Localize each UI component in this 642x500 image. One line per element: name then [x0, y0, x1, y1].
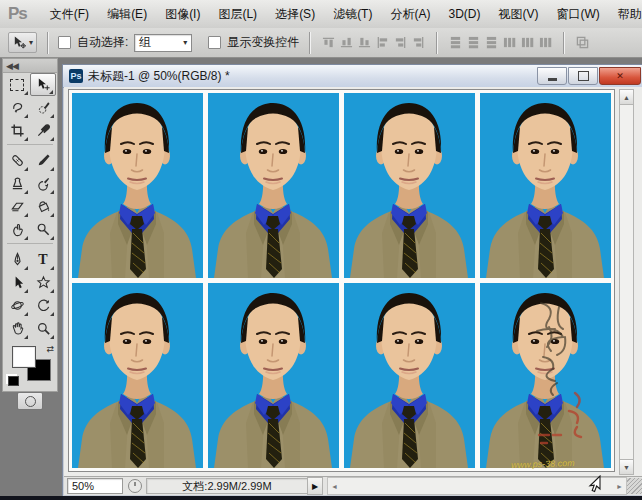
- dropdown-caret-icon: ▾: [183, 38, 187, 47]
- brush-tool[interactable]: [30, 149, 56, 172]
- brush-icon: [36, 153, 51, 168]
- maximize-icon: [578, 71, 589, 81]
- auto-select-dropdown[interactable]: 组 ▾: [134, 34, 192, 52]
- timer-icon: [128, 479, 142, 493]
- auto-select-checkbox[interactable]: [58, 36, 71, 49]
- distribute-bottom-icon[interactable]: [483, 35, 499, 51]
- pen-tool[interactable]: [4, 248, 30, 271]
- resize-grip[interactable]: [627, 478, 642, 494]
- crop-tool[interactable]: [4, 119, 30, 142]
- 3d-rotate-icon: [10, 298, 25, 313]
- smudge-tool[interactable]: [4, 218, 30, 241]
- marquee-icon: [10, 79, 24, 91]
- path-selection-tool[interactable]: [4, 271, 30, 294]
- align-hcenter-icon[interactable]: [392, 35, 408, 51]
- document-size-field: 文档:2.99M/2.99M: [146, 478, 307, 494]
- document-statusbar: 50% 文档:2.99M/2.99M ▶ ◄ ►: [64, 476, 642, 495]
- eyedropper-icon: [36, 123, 51, 138]
- eraser-tool[interactable]: [4, 195, 30, 218]
- clone-stamp-tool[interactable]: [4, 172, 30, 195]
- 3d-rotate-tool[interactable]: [4, 294, 30, 317]
- zoom-level-field[interactable]: 50%: [67, 478, 123, 494]
- distribute-hcenter-icon[interactable]: [519, 35, 535, 51]
- menu-edit[interactable]: 编辑(E): [98, 2, 156, 27]
- auto-align-layers-icon[interactable]: [574, 35, 590, 51]
- move-tool[interactable]: [30, 73, 56, 96]
- dodge-icon: [36, 222, 51, 237]
- hand-tool[interactable]: [4, 317, 30, 340]
- menu-filter[interactable]: 滤镜(T): [324, 2, 381, 27]
- default-colors-icon[interactable]: [8, 376, 19, 386]
- mouse-cursor: [588, 475, 605, 498]
- dodge-tool[interactable]: [30, 218, 56, 241]
- lasso-tool[interactable]: [4, 96, 30, 119]
- align-left-icon[interactable]: [374, 35, 390, 51]
- options-separator: [563, 32, 564, 54]
- history-brush-icon: [36, 176, 51, 191]
- align-right-icon[interactable]: [410, 35, 426, 51]
- type-tool[interactable]: T: [30, 248, 56, 271]
- scroll-left-icon[interactable]: ◄: [328, 483, 341, 490]
- menu-window[interactable]: 窗口(W): [547, 2, 608, 27]
- photoshop-logo: Ps: [8, 4, 27, 24]
- menu-help[interactable]: 帮助(H): [609, 2, 642, 27]
- smudge-icon: [10, 222, 25, 237]
- scroll-down-icon[interactable]: ▼: [620, 459, 633, 474]
- align-vcenter-icon[interactable]: [338, 35, 354, 51]
- move-tool-preset[interactable]: ▾: [8, 32, 37, 53]
- show-transform-label: 显示变换控件: [227, 34, 299, 51]
- swap-colors-icon[interactable]: ⇄: [46, 344, 54, 354]
- menu-analysis[interactable]: 分析(A): [381, 2, 439, 27]
- paint-bucket-tool[interactable]: [30, 195, 56, 218]
- menu-image[interactable]: 图像(I): [156, 2, 209, 27]
- custom-shape-tool[interactable]: [30, 271, 56, 294]
- maximize-button[interactable]: [568, 67, 598, 85]
- path-selection-icon: [10, 275, 25, 290]
- 3d-orbit-tool[interactable]: [30, 294, 56, 317]
- menu-layer[interactable]: 图层(L): [209, 2, 266, 27]
- id-photo: [344, 93, 475, 278]
- toolbox-collapse-button[interactable]: ◀◀: [3, 59, 57, 73]
- healing-brush-tool[interactable]: [4, 149, 30, 172]
- eyedropper-tool[interactable]: [30, 119, 56, 142]
- history-brush-tool[interactable]: [30, 172, 56, 195]
- quick-selection-tool[interactable]: [30, 96, 56, 119]
- id-photo: [208, 93, 339, 278]
- menu-bar: Ps 文件(F) 编辑(E) 图像(I) 图层(L) 选择(S) 滤镜(T) 分…: [0, 0, 642, 29]
- bottom-window-edge: [0, 496, 642, 500]
- type-icon: T: [38, 252, 47, 268]
- rect-marquee-tool[interactable]: [4, 73, 30, 96]
- vertical-scrollbar[interactable]: ▲ ▼: [619, 89, 634, 475]
- zoom-tool[interactable]: [30, 317, 56, 340]
- menu-file[interactable]: 文件(F): [41, 2, 98, 27]
- document-content-area: www.ps-38.com ▲ ▼: [64, 87, 642, 477]
- close-button[interactable]: ✕: [599, 67, 641, 85]
- minimize-button[interactable]: [537, 67, 567, 85]
- id-photo: [344, 283, 475, 468]
- align-bottom-icon[interactable]: [356, 35, 372, 51]
- distribute-top-icon[interactable]: [447, 35, 463, 51]
- healing-brush-icon: [10, 153, 25, 168]
- document-title: 未标题-1 @ 50%(RGB/8) *: [88, 68, 230, 85]
- align-top-icon[interactable]: [320, 35, 336, 51]
- distribute-right-icon[interactable]: [537, 35, 553, 51]
- distribute-vcenter-icon[interactable]: [465, 35, 481, 51]
- zoom-icon: [36, 321, 51, 336]
- lasso-icon: [10, 100, 25, 115]
- distribute-buttons-group: [447, 35, 553, 51]
- horizontal-scrollbar[interactable]: ◄ ►: [327, 477, 627, 495]
- distribute-left-icon[interactable]: [501, 35, 517, 51]
- clone-stamp-icon: [10, 176, 25, 191]
- menu-view[interactable]: 视图(V): [489, 2, 547, 27]
- foreground-color-swatch[interactable]: [12, 346, 36, 368]
- quick-mask-button[interactable]: [17, 392, 43, 410]
- photo-grid: [68, 89, 615, 472]
- menu-3d[interactable]: 3D(D): [439, 3, 489, 25]
- scroll-right-icon[interactable]: ►: [613, 483, 626, 490]
- document-titlebar[interactable]: Ps 未标题-1 @ 50%(RGB/8) * ✕: [63, 65, 642, 88]
- scroll-up-icon[interactable]: ▲: [620, 90, 633, 105]
- menu-select[interactable]: 选择(S): [266, 2, 324, 27]
- preset-caret-icon: ▾: [29, 38, 33, 47]
- status-popup-button[interactable]: ▶: [307, 477, 323, 495]
- show-transform-checkbox[interactable]: [208, 36, 221, 49]
